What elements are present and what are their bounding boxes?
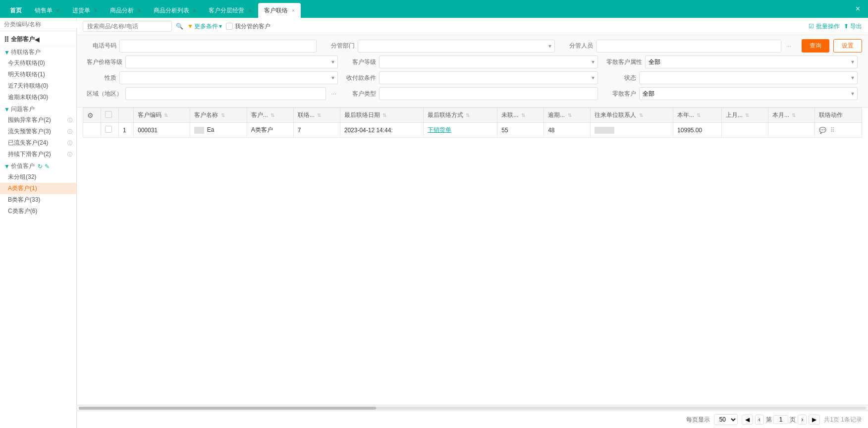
nav-home[interactable]: 首页 (4, 3, 28, 18)
close-customer-segment[interactable]: × (248, 8, 251, 13)
filter-row-2: 客户价格等级 ▾ 客户等级 ▾ 零散客户属性 全部 (83, 55, 862, 68)
sidebar-item-abnormal-stocking[interactable]: 囤购异常客户(2) ⓘ (0, 114, 76, 126)
sidebar-item-tomorrow-pending[interactable]: 明天待联络(1) (0, 69, 76, 80)
th-customer-code[interactable]: 客户编码 ⇅ (134, 108, 190, 123)
th-this-month[interactable]: 本月... ⇅ (768, 108, 815, 123)
retail-attr-select[interactable]: 全部 ▾ (645, 55, 858, 68)
sidebar-item-lost-customers[interactable]: 已流失客户(24) ⓘ (0, 137, 76, 149)
next-page-button[interactable]: › (798, 415, 807, 425)
sidebar-item-loss-warning[interactable]: 流失预警客户(3) ⓘ (0, 126, 76, 137)
sidebar-item-b-customers[interactable]: B类客户(33) (0, 194, 76, 206)
grid-icon[interactable]: ⠿ (830, 127, 835, 134)
settings-button[interactable]: 设置 (833, 39, 862, 53)
group-pending-contact[interactable]: ▼ 待联络客户 (0, 46, 76, 57)
sidebar: 🔍 ⠿ 全部客户 ◀ ▼ 待联络客户 今天待联络(0) 明天待联络(1) 近7天… (0, 18, 77, 428)
first-page-button[interactable]: ◀ (742, 415, 753, 425)
th-settings[interactable]: ⚙ (83, 108, 101, 123)
th-this-year[interactable]: 本年... ⇅ (673, 108, 722, 123)
sidebar-item-declining-customers[interactable]: 持续下滑客户(2) ⓘ (0, 149, 76, 160)
top-navigation: 首页 销售单 × 进货单 × 商品分析 × 商品分析列表 × 客户分层经营 × … (0, 0, 868, 18)
th-customer-name[interactable]: 客户名称 ⇅ (190, 108, 247, 123)
close-product-analysis-list[interactable]: × (193, 8, 196, 13)
payment-select[interactable]: ▾ (379, 71, 597, 84)
close-sales-order[interactable]: × (56, 8, 59, 13)
search-input[interactable] (83, 21, 172, 32)
customer-type-input[interactable] (379, 87, 597, 100)
info-icon-0: ⓘ (67, 117, 72, 124)
close-purchase-order[interactable]: × (94, 8, 97, 13)
td-last-contact-date: 2023-04-12 14:44: (340, 123, 423, 138)
th-no-contact[interactable]: 未联... ⇅ (497, 108, 544, 123)
nav-customer-segment[interactable]: 客户分层经营 × (203, 3, 257, 18)
th-last-contact-date[interactable]: 最后联络日期 ⇅ (340, 108, 423, 123)
horizontal-scrollbar[interactable] (77, 405, 868, 411)
export-button[interactable]: ⬆ 导出 (844, 22, 862, 31)
sidebar-item-7days-pending[interactable]: 近7天待联络(0) (0, 80, 76, 92)
batch-action-button[interactable]: ☑ 批量操作 (809, 22, 839, 31)
filter-row-3: 性质 ▾ 收付款条件 ▾ 状态 (83, 71, 862, 84)
td-this-year: 10995.00 (673, 123, 722, 138)
manager-input[interactable] (596, 40, 781, 53)
nav-sales-order[interactable]: 销售单 × (29, 3, 65, 18)
th-last-contact-method[interactable]: 最后联络方式 ⇅ (423, 108, 497, 123)
customer-level-select[interactable]: ▾ (379, 55, 597, 68)
prev-page-button[interactable]: ‹ (755, 415, 764, 425)
group-problem-customers[interactable]: ▼ 问题客户 (0, 103, 76, 114)
category-search-input[interactable] (4, 21, 78, 28)
sidebar-item-c-customers[interactable]: C类客户(6) (0, 206, 76, 217)
close-customer-contact[interactable]: × (292, 8, 295, 13)
td-name: Ea (190, 123, 247, 138)
th-unit-contact[interactable]: 往来单位联系人 ⇅ (591, 108, 673, 123)
page-number-input[interactable] (773, 415, 788, 424)
content-area: 🔍 ▼ 更多条件 ▾ 我分管的客户 ☑ 批量操作 ⬆ 导出 (77, 18, 868, 428)
td-last-contact-method[interactable]: 下销货单 (423, 123, 497, 138)
nav-purchase-order[interactable]: 进货单 × (66, 3, 103, 18)
th-contact-count[interactable]: 联络... ⇅ (293, 108, 340, 123)
search-button[interactable]: 🔍 (176, 23, 183, 30)
th-customer-type[interactable]: 客户... ⇅ (247, 108, 293, 123)
refresh-icon[interactable]: ↻ (38, 163, 43, 170)
filter-retail-attr: 零散客户属性 全部 ▾ (602, 55, 862, 68)
sidebar-item-today-pending[interactable]: 今天待联络(0) (0, 57, 76, 69)
th-last-month[interactable]: 上月... ⇅ (722, 108, 768, 123)
td-checkbox-cell[interactable] (101, 123, 119, 138)
nav-product-analysis-list[interactable]: 商品分析列表 × (148, 3, 202, 18)
scroll-thumb[interactable] (79, 407, 376, 410)
window-close-button[interactable]: × (852, 2, 864, 15)
nav-customer-contact[interactable]: 客户联络 × (258, 3, 301, 18)
page-size-select[interactable]: 50 (714, 414, 738, 425)
sidebar-item-a-customers[interactable]: A类客户(1) (0, 183, 76, 194)
retail-customer-select[interactable]: 全部 ▾ (639, 87, 858, 100)
dept-select[interactable]: ▾ (358, 40, 555, 53)
filter-dept: 分管部门 ▾ (321, 40, 559, 53)
sidebar-collapse-btn[interactable]: ◀ (35, 36, 39, 43)
group-value-customers[interactable]: ▼ 价值客户 ↻ ✎ (0, 160, 76, 171)
area-input[interactable] (125, 87, 326, 100)
th-contact-action: 联络动作 (814, 108, 862, 123)
my-customers-check[interactable] (226, 23, 233, 30)
close-product-analysis[interactable]: × (138, 8, 141, 13)
more-filter-button[interactable]: ▼ 更多条件 ▾ (187, 22, 222, 31)
phone-input[interactable] (119, 40, 317, 53)
filter-row-1: 电话号码 分管部门 ▾ 分管人员 ··· 查询 设置 (83, 39, 862, 53)
filter-price-level: 客户价格等级 ▾ (83, 55, 342, 68)
nature-select[interactable]: ▾ (119, 71, 338, 84)
edit-icon[interactable]: ✎ (45, 163, 50, 170)
price-level-select[interactable]: ▾ (125, 55, 338, 68)
sidebar-item-unclassified[interactable]: 未分组(32) (0, 171, 76, 183)
th-index (119, 108, 134, 123)
status-select[interactable]: ▾ (639, 71, 858, 84)
nav-product-analysis[interactable]: 商品分析 × (104, 3, 147, 18)
query-button[interactable]: 查询 (802, 39, 829, 53)
filter-retail-customer: 零散客户 全部 ▾ (602, 87, 862, 100)
chat-icon[interactable]: 💬 (819, 127, 826, 134)
sidebar-all-customers[interactable]: ⠿ 全部客户 ◀ (0, 33, 76, 46)
my-customers-checkbox[interactable]: 我分管的客户 (226, 22, 271, 31)
th-overdue[interactable]: 逾期... ⇅ (544, 108, 591, 123)
th-checkbox[interactable] (101, 108, 119, 123)
last-page-button[interactable]: ▶ (809, 415, 820, 425)
area-dots-button[interactable]: ··· (329, 90, 338, 97)
sidebar-item-overdue-contact[interactable]: 逾期未联络(30) (0, 92, 76, 103)
manager-dots-button[interactable]: ··· (784, 43, 793, 50)
filter-area: 区域（地区） ··· (83, 87, 342, 100)
